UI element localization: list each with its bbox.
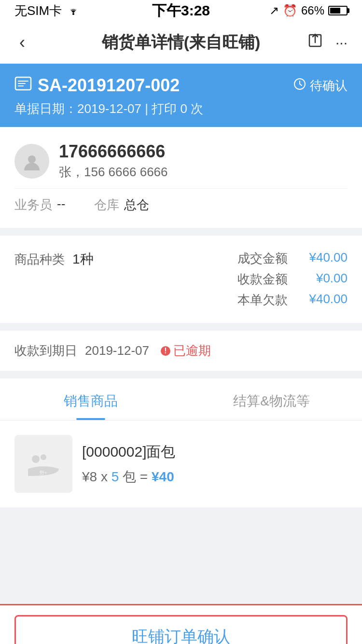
confirm-order-button[interactable]: 旺铺订单确认 <box>14 615 348 644</box>
product-section: 野+ [0000002]面包 ¥8 x 5 包 = ¥40 <box>0 420 362 507</box>
customer-section: 17666666666 张，156 6666 6666 业务员 -- 仓库 总仓 <box>0 127 362 228</box>
svg-point-5 <box>32 455 40 463</box>
unit-price: ¥8 <box>82 469 97 484</box>
status-bar: 无SIM卡 下午3:28 ↗ ⏰ 66% <box>0 0 362 21</box>
overdue-icon: ! <box>161 346 170 356</box>
avatar <box>14 144 49 179</box>
back-button[interactable]: ‹ <box>14 28 30 57</box>
payment-row: 收款金额 ¥0.00 <box>237 271 348 288</box>
payment-value: ¥0.00 <box>299 271 348 288</box>
tab-sales-products[interactable]: 销售商品 <box>0 378 181 420</box>
transaction-row: 成交金额 ¥40.00 <box>237 250 348 267</box>
tabs-section: 销售商品 结算&物流等 野+ [0000002]面包 ¥8 x 5 包 <box>0 378 362 507</box>
warehouse-label: 仓库 <box>94 196 119 213</box>
product-type-value: 1种 <box>72 250 94 268</box>
overdue-text: 已逾期 <box>173 342 211 359</box>
svg-text:野+: 野+ <box>40 470 47 476</box>
empty-area <box>0 507 362 604</box>
battery-icon <box>328 6 348 15</box>
product-type-info: 商品种类 1种 <box>14 250 94 268</box>
svg-point-0 <box>72 13 74 15</box>
transaction-value: ¥40.00 <box>299 250 348 267</box>
due-date-section: 收款到期日 2019-12-07 ! 已逾期 <box>0 331 362 371</box>
svg-point-4 <box>28 155 36 163</box>
product-qty: 5 <box>111 469 119 484</box>
price-separator: x <box>101 469 111 484</box>
balance-label: 本单欠款 <box>237 292 288 308</box>
page-title: 销货单详情(来自旺铺) <box>102 31 261 54</box>
location-icon: ↗ <box>269 4 279 17</box>
salesperson-value: -- <box>57 196 65 213</box>
amount-summary: 成交金额 ¥40.00 收款金额 ¥0.00 本单欠款 ¥40.00 <box>237 250 348 308</box>
customer-top: 17666666666 张，156 6666 6666 <box>14 141 348 181</box>
balance-value: ¥40.00 <box>299 292 348 308</box>
tab-settlement[interactable]: 结算&物流等 <box>181 378 362 420</box>
due-date-label: 收款到期日 <box>14 342 77 359</box>
equals-sign: = <box>140 469 152 484</box>
more-icon[interactable]: ··· <box>335 34 348 51</box>
alarm-icon: ⏰ <box>283 4 297 17</box>
share-icon[interactable] <box>306 32 324 53</box>
warehouse-item: 仓库 总仓 <box>94 196 149 213</box>
order-icon <box>14 76 32 95</box>
balance-row: 本单欠款 ¥40.00 <box>237 292 348 308</box>
wifi-icon <box>67 3 80 18</box>
salesperson-item: 业务员 -- <box>14 196 65 213</box>
product-name: [0000002]面包 <box>82 442 348 462</box>
status-bar-time: 下午3:28 <box>152 1 210 21</box>
order-status: 待确认 <box>293 77 348 94</box>
product-info: [0000002]面包 ¥8 x 5 包 = ¥40 <box>82 442 348 486</box>
customer-name: 张，156 6666 6666 <box>59 164 168 181</box>
payment-label: 收款金额 <box>237 271 288 288</box>
order-header-top: SA-20191207-002 待确认 <box>14 75 348 96</box>
customer-details: 17666666666 张，156 6666 6666 <box>59 141 168 181</box>
carrier-label: 无SIM卡 <box>14 2 62 19</box>
svg-point-6 <box>41 454 46 460</box>
customer-meta: 业务员 -- 仓库 总仓 <box>14 188 348 213</box>
order-id-text: SA-20191207-002 <box>38 75 180 96</box>
order-header: SA-20191207-002 待确认 单据日期：2019-12-07 | 打印… <box>0 64 362 127</box>
nav-actions: ··· <box>306 32 348 53</box>
tabs-header: 销售商品 结算&物流等 <box>0 378 362 420</box>
product-item: 野+ [0000002]面包 ¥8 x 5 包 = ¥40 <box>14 435 348 493</box>
order-date: 单据日期：2019-12-07 | 打印 0 次 <box>14 100 348 117</box>
status-bar-left: 无SIM卡 <box>14 2 80 19</box>
product-thumbnail: 野+ <box>14 435 72 493</box>
warehouse-value: 总仓 <box>124 196 149 213</box>
confirm-button-wrapper: 旺铺订单确认 <box>0 604 362 644</box>
product-unit: 包 <box>123 469 136 484</box>
customer-phone: 17666666666 <box>59 141 168 162</box>
product-total: ¥40 <box>152 469 174 484</box>
battery-label: 66% <box>301 4 324 17</box>
status-text: 待确认 <box>310 77 348 94</box>
transaction-label: 成交金额 <box>237 250 288 267</box>
salesperson-label: 业务员 <box>14 196 52 213</box>
product-type-label: 商品种类 <box>14 251 65 268</box>
due-date-value: 2019-12-07 <box>85 343 149 358</box>
nav-bar: ‹ 销货单详情(来自旺铺) ··· <box>0 21 362 64</box>
product-price: ¥8 x 5 包 = ¥40 <box>82 468 348 486</box>
order-id: SA-20191207-002 <box>14 75 180 96</box>
summary-section: 商品种类 1种 成交金额 ¥40.00 收款金额 ¥0.00 本单欠款 ¥40.… <box>0 236 362 323</box>
clock-icon <box>293 78 306 94</box>
overdue-badge: ! 已逾期 <box>161 342 211 359</box>
status-bar-right: ↗ ⏰ 66% <box>269 4 348 17</box>
